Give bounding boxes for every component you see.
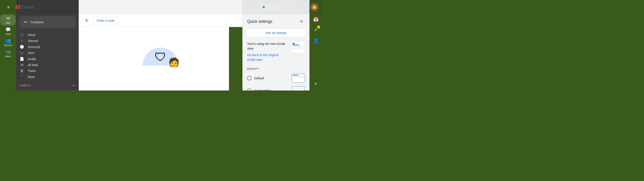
dline-c1	[293, 87, 304, 88]
gear-icon: ⚙	[293, 4, 297, 10]
density-default-radio	[247, 76, 252, 80]
active-chevron-icon: ▾	[276, 6, 277, 9]
green-background-strip	[229, 27, 242, 90]
compose-pencil-icon: ✏	[24, 20, 28, 24]
add-app-button[interactable]: +	[311, 79, 321, 89]
apps-button[interactable]: ⠿	[300, 3, 310, 12]
avatar-image: 🙂	[312, 5, 317, 10]
compose-button[interactable]: ✏ Compose	[19, 16, 76, 28]
gmail-wordmark: Gmail	[21, 4, 34, 10]
menu-button[interactable]: ≡	[4, 2, 14, 12]
main-toolbar: ↻ Enter a code	[79, 14, 242, 27]
compose-label: Compose	[30, 20, 44, 24]
inbox-icon: ☐	[20, 32, 24, 37]
contacts-icon: 👤	[313, 38, 319, 43]
add-label-button[interactable]: +	[73, 83, 75, 87]
tasks-icon-button[interactable]: ✓	[311, 25, 321, 35]
rail-spaces-label: Spaces	[4, 44, 12, 46]
see-all-settings-button[interactable]: See all settings	[246, 28, 306, 37]
nav-inbox[interactable]: ☐ Inbox	[16, 32, 75, 38]
illustration-circle: 🛡 🧑	[143, 48, 178, 66]
density-section-label: DENSITY	[242, 65, 310, 72]
nav-starred[interactable]: ☆ Starred	[16, 38, 75, 44]
mail-icon: ✉	[6, 16, 10, 21]
help-button[interactable]: ?	[281, 3, 290, 12]
enter-code-button[interactable]: Enter a code	[93, 17, 118, 24]
quick-settings-header: Quick settings ✕	[242, 14, 310, 27]
dline-2	[293, 76, 304, 77]
active-dot-icon	[262, 6, 265, 8]
all-mail-label: All Mail	[28, 63, 38, 67]
thumb-line-2	[293, 46, 304, 47]
gmail-m-icon: M	[15, 4, 20, 11]
rail-chat-label: Chat	[5, 32, 10, 35]
refresh-icon: ↻	[85, 18, 88, 23]
rail-meet-label: Meet	[5, 55, 11, 58]
density-comfortable-label: Comfortable	[254, 89, 271, 90]
thumb-line-4	[293, 49, 304, 50]
meet-icon: 📹	[5, 49, 11, 54]
snoozed-label: Snoozed	[28, 45, 40, 49]
more-label: More	[28, 75, 35, 79]
calendar-icon: 📅	[313, 16, 319, 22]
shield-illustration-icon: 🛡	[155, 50, 166, 64]
thumb-line-3	[293, 47, 304, 48]
thumb-dot	[293, 43, 294, 44]
density-default-label: Default	[254, 76, 264, 80]
refresh-button[interactable]: ↻	[82, 16, 91, 25]
calendar-icon-button[interactable]: 📅	[311, 14, 321, 24]
apps-grid-icon: ⠿	[304, 4, 307, 10]
dline-c2	[293, 88, 304, 89]
help-icon: ?	[282, 4, 288, 10]
nav-more[interactable]: ˅ More	[16, 74, 75, 80]
density-comfortable-option[interactable]: Comfortable	[242, 84, 310, 90]
account-avatar[interactable]: 🙂	[310, 3, 318, 11]
label-item-9to5[interactable]: 9to5	[20, 89, 75, 90]
nav-sent[interactable]: ▷ Sent	[16, 50, 75, 56]
empty-state-illustration: 🛡 🧑	[143, 48, 178, 70]
clock-icon: 🕐	[20, 45, 24, 49]
rail-mail-label: Mail	[6, 22, 10, 24]
close-icon: ✕	[300, 19, 303, 24]
nav-all-mail[interactable]: ✉ All Mail	[16, 62, 75, 68]
enter-code-label: Enter a code	[97, 19, 114, 22]
density-comfortable-radio	[247, 88, 252, 90]
dline-3	[293, 77, 304, 78]
trash-label: Trash	[28, 69, 36, 72]
quick-settings-close-button[interactable]: ✕	[298, 18, 305, 25]
active-status-label: Active	[266, 5, 274, 9]
density-default-option[interactable]: Default	[242, 72, 310, 84]
main-body: 🛡 🧑	[79, 27, 242, 90]
view-thumbnail	[292, 42, 305, 53]
rail-item-chat[interactable]: 💬 Chat	[0, 26, 16, 37]
sent-icon: ▷	[20, 51, 24, 55]
all-mail-icon: ✉	[20, 63, 24, 67]
labels-heading-text: LABELS	[20, 84, 31, 87]
chevron-down-icon: ˅	[20, 75, 24, 79]
rail-item-mail[interactable]: ✉ Mail	[0, 14, 16, 26]
dline-1	[293, 75, 298, 76]
labels-header: LABELS +	[20, 82, 75, 89]
new-view-section: You're using the new Gmail view Go back …	[242, 39, 310, 65]
chat-icon: 💬	[5, 27, 11, 32]
quick-settings-title: Quick settings	[247, 19, 272, 24]
go-back-link[interactable]: Go back to the original Gmail view	[247, 53, 278, 62]
active-status-button[interactable]: Active ▾	[260, 4, 280, 10]
star-icon: ☆	[20, 39, 24, 43]
see-all-settings-label: See all settings	[266, 31, 287, 35]
nav-trash[interactable]: 🗑 Trash	[16, 68, 75, 74]
tasks-icon: ✓	[314, 28, 318, 32]
density-default-thumb	[292, 74, 305, 83]
nav-snoozed[interactable]: 🕐 Snoozed	[16, 44, 75, 50]
contacts-icon-button[interactable]: 👤	[311, 36, 321, 46]
new-view-notice-text: You're using the new Gmail view	[247, 42, 287, 51]
rail-item-meet[interactable]: 📹 Meet	[0, 48, 16, 59]
nav-drafts[interactable]: 📄 Drafts	[16, 56, 75, 62]
tasks-badge	[317, 26, 320, 28]
rail-item-spaces[interactable]: 👥 Spaces	[0, 37, 16, 48]
add-icon: +	[314, 81, 317, 87]
drafts-label: Drafts	[28, 57, 36, 61]
settings-button[interactable]: ⚙	[291, 3, 300, 12]
drafts-icon: 📄	[20, 57, 24, 61]
density-comfortable-thumb	[292, 86, 305, 90]
